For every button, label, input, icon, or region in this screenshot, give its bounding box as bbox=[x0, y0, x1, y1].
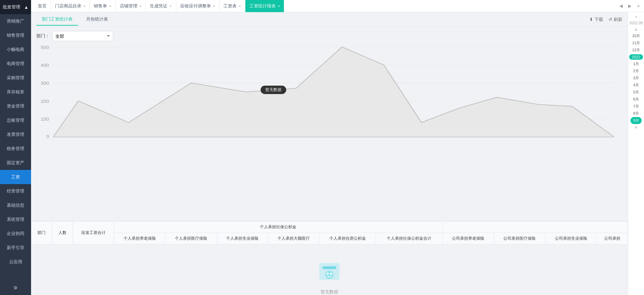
tab-payroll[interactable]: 工资表 × bbox=[219, 0, 245, 12]
th-group-personal: 个人承担社保公积金 bbox=[114, 222, 442, 233]
th-personal-housing: 个人承担住房公积金 bbox=[319, 233, 376, 244]
content-wrap: 部门工资统计表 月份统计表 ⬇ 下载 ↺ 刷新 bbox=[31, 12, 644, 295]
timeline-month-jan[interactable]: 1月 bbox=[633, 60, 639, 67]
sub-tab-month[interactable]: 月份统计表 bbox=[81, 13, 113, 26]
dept-filter-label: 部门： bbox=[36, 33, 50, 39]
tab-close-payroll[interactable]: × bbox=[239, 4, 241, 8]
th-company-medical: 公司承担医疗保险 bbox=[494, 233, 545, 244]
sidebar-item-tax[interactable]: 税务管理 bbox=[0, 142, 31, 156]
timeline-month-aug[interactable]: 8月 bbox=[633, 110, 639, 117]
timeline-down-arrow[interactable]: ▼ bbox=[633, 124, 639, 131]
tab-sales[interactable]: 销售单 × bbox=[90, 0, 115, 12]
sidebar-toggle-icon: ▲ bbox=[24, 5, 28, 10]
th-group-company bbox=[442, 222, 627, 233]
sidebar-item-ecommerce-small[interactable]: 小畅电商 bbox=[0, 42, 31, 57]
sub-tabs-left: 部门工资统计表 月份统计表 bbox=[36, 13, 113, 26]
tab-adjustment[interactable]: 应收应付调整单 × bbox=[176, 0, 219, 12]
sidebar-item-assets[interactable]: 固定资产 bbox=[0, 156, 31, 170]
sub-tabs-right: ⬇ 下载 ↺ 刷新 bbox=[589, 17, 622, 23]
timeline-month-nov[interactable]: 11月 bbox=[632, 39, 640, 47]
timeline-close-button[interactable]: × bbox=[635, 15, 637, 19]
timeline-up-arrow[interactable]: ▲ bbox=[633, 26, 639, 32]
svg-text:500: 500 bbox=[41, 45, 49, 50]
empty-state: 暂无数据 bbox=[31, 244, 628, 295]
th-company-other: 公司承担 bbox=[597, 233, 628, 244]
svg-text:0: 0 bbox=[46, 134, 49, 139]
sidebar-item-system[interactable]: 系统管理 bbox=[0, 212, 31, 227]
tab-store-mgmt[interactable]: 店铺管理 × bbox=[116, 0, 146, 12]
th-count: 人数 bbox=[52, 222, 73, 244]
sidebar-item-corp[interactable]: 企业协同 bbox=[0, 227, 31, 241]
tab-close-voucher[interactable]: × bbox=[169, 4, 171, 8]
sidebar-item-finance[interactable]: 资金管理 bbox=[0, 99, 31, 113]
svg-point-15 bbox=[325, 271, 333, 279]
tab-close-adjustment[interactable]: × bbox=[213, 4, 215, 8]
sidebar-item-ecommerce[interactable]: 电商管理 bbox=[0, 57, 31, 71]
th-dept: 部门 bbox=[31, 222, 52, 244]
sidebar-item-purchase[interactable]: 采购管理 bbox=[0, 71, 31, 85]
refresh-icon: ↺ bbox=[609, 17, 612, 22]
download-icon: ⬇ bbox=[589, 17, 593, 22]
tab-close-all[interactable]: × bbox=[636, 2, 641, 9]
sidebar-item-operations[interactable]: 经营管理 bbox=[0, 184, 31, 198]
refresh-button[interactable]: ↺ 刷新 bbox=[609, 17, 622, 23]
tab-close-payroll-report[interactable]: × bbox=[278, 4, 280, 8]
main-content: 部门工资统计表 月份统计表 ⬇ 下载 ↺ 刷新 bbox=[31, 12, 628, 295]
tab-nav-next[interactable]: ▶ bbox=[627, 3, 633, 9]
download-button[interactable]: ⬇ 下载 bbox=[589, 17, 603, 23]
sidebar-item-cloud[interactable]: 云应用 bbox=[0, 255, 31, 269]
timeline-year-badge[interactable]: 2022 bbox=[629, 54, 643, 60]
tab-store-catalog[interactable]: 门店商品目录 × bbox=[51, 0, 90, 12]
timeline-month-feb[interactable]: 2月 bbox=[633, 67, 639, 75]
timeline-month-oct[interactable]: 10月 bbox=[632, 32, 640, 39]
empty-text: 暂无数据 bbox=[321, 289, 338, 295]
svg-point-17 bbox=[330, 273, 332, 275]
sidebar-item-ledger[interactable]: 总账管理 bbox=[0, 113, 31, 127]
sub-tab-dept[interactable]: 部门工资统计表 bbox=[36, 13, 78, 26]
svg-point-16 bbox=[327, 273, 329, 275]
timeline-month-sep[interactable]: 9月 bbox=[630, 117, 642, 124]
sub-tabs: 部门工资统计表 月份统计表 ⬇ 下载 ↺ 刷新 bbox=[31, 12, 628, 27]
tab-close-store-mgmt[interactable]: × bbox=[139, 4, 141, 8]
tab-payroll-report[interactable]: 工资统计报表 × bbox=[245, 0, 284, 12]
dept-filter-select[interactable]: 全部 bbox=[52, 31, 113, 41]
timeline-month-may[interactable]: 5月 bbox=[633, 89, 639, 96]
tab-close-sales[interactable]: × bbox=[109, 4, 111, 8]
timeline-month-apr[interactable]: 4月 bbox=[633, 82, 639, 89]
sidebar-item-marketing[interactable]: 营销推广 bbox=[0, 14, 31, 28]
timeline-month-jul[interactable]: 7月 bbox=[633, 103, 639, 110]
sidebar-header[interactable]: 批发管理 ▲ bbox=[0, 0, 31, 14]
empty-icon bbox=[316, 258, 343, 285]
data-table: 部门 人数 应发工资合计 个人承担社保公积金 个人承担养老保险 个人承担医疗保险… bbox=[31, 221, 628, 244]
th-personal-pension: 个人承担养老保险 bbox=[114, 233, 165, 244]
sidebar-item-basic[interactable]: 基础信息 bbox=[0, 198, 31, 212]
svg-text:200: 200 bbox=[41, 99, 49, 104]
sidebar-title: 批发管理 bbox=[3, 4, 20, 10]
main-area: 首页 门店商品目录 × 销售单 × 店铺管理 × 生成凭证 × 应收应付调整单 … bbox=[31, 0, 644, 295]
timeline-month-jun[interactable]: 6月 bbox=[633, 96, 639, 103]
chart-svg: 500 400 300 200 100 0 bbox=[36, 45, 622, 153]
sidebar-item-invoice[interactable]: 发票管理 bbox=[0, 127, 31, 142]
sidebar-item-payroll[interactable]: 工资 bbox=[0, 170, 31, 184]
chart-area: 500 400 300 200 100 0 bbox=[31, 45, 628, 221]
tab-actions: ◀ ▶ × bbox=[618, 2, 641, 9]
sidebar-item-sales[interactable]: 销售管理 bbox=[0, 28, 31, 42]
filter-row: 部门： 全部 bbox=[31, 27, 628, 45]
tab-nav-prev[interactable]: ◀ bbox=[618, 3, 624, 9]
sidebar-settings[interactable]: ⚙ bbox=[0, 281, 31, 295]
timeline-month-mar[interactable]: 3月 bbox=[633, 75, 639, 82]
top-tabs: 首页 门店商品目录 × 销售单 × 店铺管理 × 生成凭证 × 应收应付调整单 … bbox=[31, 0, 644, 12]
svg-marker-12 bbox=[53, 47, 614, 137]
sidebar: 批发管理 ▲ 营销推广 销售管理 小畅电商 电商管理 采购管理 库存核算 资金管… bbox=[0, 0, 31, 295]
tab-close-store-catalog[interactable]: × bbox=[83, 4, 85, 8]
tab-voucher[interactable]: 生成凭证 × bbox=[146, 0, 176, 12]
timeline-month-dec[interactable]: 12月 bbox=[632, 47, 640, 54]
sidebar-item-inventory[interactable]: 库存核算 bbox=[0, 85, 31, 99]
sidebar-item-guide[interactable]: 新手引导 bbox=[0, 241, 31, 255]
timeline-year-2022[interactable]: 2022.09 bbox=[629, 20, 643, 26]
th-company-unemployment: 公司承担失业保险 bbox=[545, 233, 596, 244]
th-personal-medical: 个人承担医疗保险 bbox=[165, 233, 217, 244]
svg-rect-14 bbox=[323, 266, 336, 269]
table-container[interactable]: 部门 人数 应发工资合计 个人承担社保公积金 个人承担养老保险 个人承担医疗保险… bbox=[31, 221, 628, 295]
tab-home[interactable]: 首页 bbox=[34, 0, 51, 12]
